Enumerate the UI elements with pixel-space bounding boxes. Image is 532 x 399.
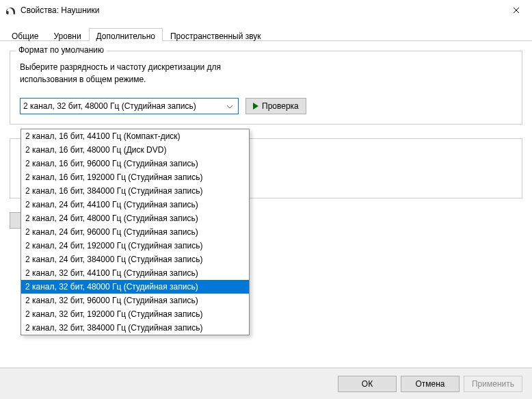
format-option[interactable]: 2 канал, 32 бит, 384000 Гц (Студийная за… bbox=[21, 321, 249, 335]
test-button[interactable]: Проверка bbox=[245, 98, 306, 114]
format-option[interactable]: 2 канал, 16 бит, 96000 Гц (Студийная зап… bbox=[21, 157, 249, 170]
dialog-footer: ОК Отмена Применить bbox=[0, 368, 532, 399]
format-option[interactable]: 2 канал, 24 бит, 192000 Гц (Студийная за… bbox=[21, 239, 249, 253]
tab-0[interactable]: Общие bbox=[4, 28, 46, 41]
format-option[interactable]: 2 канал, 32 бит, 192000 Гц (Студийная за… bbox=[21, 307, 249, 321]
ok-button[interactable]: ОК bbox=[338, 376, 397, 392]
group-default-format: Формат по умолчанию Выберите разрядность… bbox=[10, 51, 522, 125]
play-icon bbox=[253, 103, 258, 110]
apply-button: Применить bbox=[464, 376, 522, 392]
format-select-value: 2 канал, 32 бит, 48000 Гц (Студийная зап… bbox=[23, 101, 224, 111]
tab-strip: ОбщиеУровниДополнительноПространственный… bbox=[0, 21, 532, 41]
format-option[interactable]: 2 канал, 16 бит, 48000 Гц (Диск DVD) bbox=[21, 143, 249, 157]
format-option[interactable]: 2 канал, 24 бит, 48000 Гц (Студийная зап… bbox=[21, 211, 249, 225]
svg-rect-1 bbox=[14, 11, 16, 14]
format-option[interactable]: 2 канал, 24 бит, 96000 Гц (Студийная зап… bbox=[21, 225, 249, 239]
tab-2[interactable]: Дополнительно bbox=[89, 28, 163, 41]
desc-line1: Выберите разрядность и частоту дискретиз… bbox=[20, 62, 221, 72]
format-option[interactable]: 2 канал, 32 бит, 44100 Гц (Студийная зап… bbox=[21, 266, 249, 280]
format-dropdown[interactable]: 2 канал, 16 бит, 44100 Гц (Компакт-диск)… bbox=[21, 129, 250, 335]
test-button-label: Проверка bbox=[262, 101, 299, 111]
tab-1[interactable]: Уровни bbox=[46, 28, 88, 41]
format-select[interactable]: 2 канал, 32 бит, 48000 Гц (Студийная зап… bbox=[20, 98, 239, 114]
headphones-icon bbox=[5, 5, 16, 16]
chevron-down-icon bbox=[224, 101, 235, 111]
format-option[interactable]: 2 канал, 16 бит, 44100 Гц (Компакт-диск) bbox=[21, 129, 249, 143]
cancel-button[interactable]: Отмена bbox=[401, 376, 460, 392]
format-option[interactable]: 2 канал, 16 бит, 192000 Гц (Студийная за… bbox=[21, 170, 249, 184]
format-option[interactable]: 2 канал, 32 бит, 48000 Гц (Студийная зап… bbox=[21, 280, 249, 294]
format-option[interactable]: 2 канал, 24 бит, 384000 Гц (Студийная за… bbox=[21, 253, 249, 266]
window-title: Свойства: Наушники bbox=[21, 5, 501, 15]
format-option[interactable]: 2 канал, 32 бит, 96000 Гц (Студийная зап… bbox=[21, 294, 249, 307]
format-option[interactable]: 2 канал, 16 бит, 384000 Гц (Студийная за… bbox=[21, 184, 249, 198]
format-option[interactable]: 2 канал, 24 бит, 44100 Гц (Студийная зап… bbox=[21, 198, 249, 211]
titlebar: Свойства: Наушники bbox=[0, 0, 532, 21]
tab-3[interactable]: Пространственный звук bbox=[163, 28, 269, 41]
group-description: Выберите разрядность и частоту дискретиз… bbox=[20, 61, 512, 86]
group-legend: Формат по умолчанию bbox=[16, 45, 107, 55]
desc-line2: использования в общем режиме. bbox=[20, 75, 146, 84]
close-button[interactable] bbox=[501, 0, 532, 21]
svg-rect-0 bbox=[7, 11, 9, 14]
